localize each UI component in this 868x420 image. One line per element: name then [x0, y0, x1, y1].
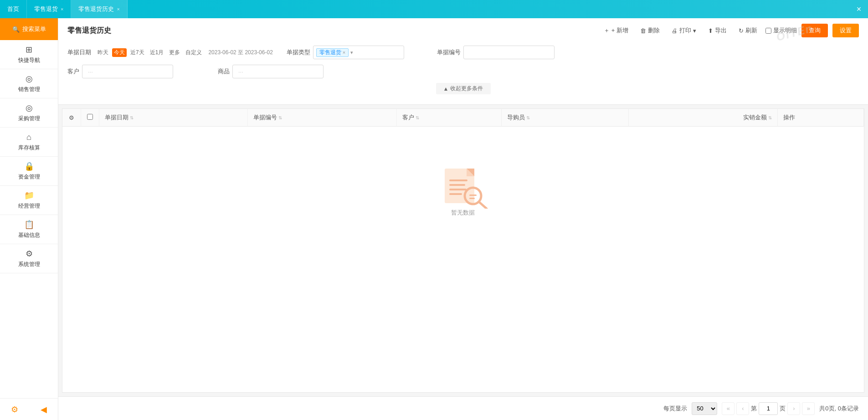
sales-icon: ◎	[26, 74, 33, 84]
sidebar-item-finance[interactable]: 🔒 资金管理	[0, 157, 58, 186]
select-all-checkbox[interactable]	[87, 114, 93, 120]
voucher-type-tag-close[interactable]: ×	[343, 50, 345, 55]
content-area: 零售退货历史 ＋ + 新增 🗑 删除 🖨 打印 ▾	[58, 18, 868, 420]
date-shortcut-yesterday[interactable]: 昨天	[96, 48, 110, 57]
date-filter-item: 单据日期 昨天 今天 近7天 近1月 更多 自定义 2023-06-02 至 2…	[67, 48, 273, 57]
page-label: 第	[751, 405, 757, 413]
next-page-button[interactable]: ›	[787, 402, 800, 415]
sort-date-icon[interactable]: ⇅	[130, 115, 134, 120]
svg-rect-5	[449, 189, 467, 190]
date-shortcut-more[interactable]: 更多	[167, 48, 182, 57]
sidebar-item-operations[interactable]: 📁 经营管理	[0, 186, 58, 215]
voucher-type-input[interactable]: 零售退货 × ▾	[313, 46, 404, 59]
top-bar: 首页 零售退货 × 零售退货历史 × ×	[0, 0, 868, 18]
customer-input[interactable]: ···	[82, 65, 173, 78]
export-icon: ⬆	[708, 27, 713, 34]
purchase-icon: ◎	[26, 103, 33, 113]
add-button[interactable]: ＋ + 新增	[600, 25, 632, 36]
sidebar-item-quick-nav[interactable]: ⊞ 快捷导航	[0, 40, 58, 69]
last-page-button[interactable]: »	[802, 402, 815, 415]
empty-state-cell: 暂无数据	[62, 127, 864, 254]
operations-icon: 📁	[24, 190, 34, 200]
per-page-label: 每页显示	[663, 405, 687, 413]
table-col-checkbox[interactable]	[81, 109, 99, 127]
date-shortcut-custom[interactable]: 自定义	[184, 48, 204, 57]
inventory-icon: ⌂	[26, 133, 31, 142]
print-button[interactable]: 🖨 打印 ▾	[668, 25, 700, 36]
collapse-sidebar-icon[interactable]: ◀	[41, 405, 47, 415]
pagination-summary: 共0页, 0条记录	[819, 405, 859, 413]
pagination-bar: 每页显示 50 10 20 100 « ‹ 第 页 › » 共0页, 0条记录	[58, 396, 868, 420]
date-range-text: 2023-06-02 至 2023-06-02	[208, 49, 272, 56]
query-button[interactable]: 查询	[801, 24, 828, 37]
voucher-type-filter-item: 单据类型 零售退货 × ▾	[287, 46, 423, 59]
search-icon: 🔍	[12, 26, 20, 33]
sidebar-item-sys-mgmt[interactable]: ⚙ 系统管理	[0, 244, 58, 273]
table-container: ⚙ 单据日期 ⇅ 单据编号	[62, 108, 864, 393]
sort-guide-icon[interactable]: ⇅	[526, 115, 530, 120]
goods-label: 商品	[218, 67, 230, 76]
table-col-amount[interactable]: 实销金额 ⇅	[628, 109, 777, 127]
svg-line-8	[479, 202, 487, 209]
sys-mgmt-icon: ⚙	[26, 249, 33, 259]
date-shortcut-7days[interactable]: 近7天	[128, 48, 146, 57]
refresh-button[interactable]: ↻ 刷新	[735, 25, 761, 36]
show-detail-checkbox[interactable]	[765, 28, 771, 34]
window-close-button[interactable]: ×	[850, 0, 868, 18]
page-title: 零售退货历史	[67, 26, 111, 36]
table-col-number[interactable]: 单据编号 ⇅	[248, 109, 397, 127]
table-col-settings[interactable]: ⚙	[62, 109, 81, 127]
sidebar-item-purchase-mgmt[interactable]: ◎ 采购管理	[0, 98, 58, 128]
svg-rect-3	[449, 179, 467, 181]
settings-button[interactable]: 设置	[832, 24, 859, 37]
date-shortcuts: 昨天 今天 近7天 近1月 更多 自定义	[96, 48, 204, 57]
sidebar-item-sales-mgmt[interactable]: ◎ 销售管理	[0, 69, 58, 98]
voucher-no-label: 单据编号	[437, 48, 461, 56]
table-col-date[interactable]: 单据日期 ⇅	[99, 109, 248, 127]
page-header: 零售退货历史 ＋ + 新增 🗑 删除 🖨 打印 ▾	[58, 18, 868, 105]
goods-input[interactable]: ···	[232, 65, 324, 78]
voucher-no-filter-item: 单据编号	[437, 46, 574, 59]
first-page-button[interactable]: «	[722, 402, 734, 415]
tab-retail-return-history-close[interactable]: ×	[117, 6, 119, 12]
sort-number-icon[interactable]: ⇅	[278, 115, 282, 120]
prev-page-button[interactable]: ‹	[736, 402, 749, 415]
table-col-guide[interactable]: 导购员 ⇅	[502, 109, 629, 127]
table-body: 暂无数据	[62, 127, 864, 254]
filter-row-2: 客户 ··· 商品 ···	[67, 62, 859, 81]
tab-retail-return-history[interactable]: 零售退货历史 ×	[71, 0, 127, 18]
tab-home[interactable]: 首页	[0, 0, 27, 18]
tab-retail-return[interactable]: 零售退货 ×	[27, 0, 71, 18]
tab-retail-return-close[interactable]: ×	[61, 6, 63, 12]
collapse-up-icon: ▲	[443, 86, 449, 92]
sidebar-item-basic-info[interactable]: 📋 基础信息	[0, 215, 58, 244]
pagination-nav: « ‹ 第 页 › »	[722, 402, 815, 415]
empty-state: 暂无数据	[62, 127, 864, 253]
table-header-row: ⚙ 单据日期 ⇅ 单据编号	[62, 109, 864, 127]
svg-rect-4	[449, 184, 465, 186]
empty-state-row: 暂无数据	[62, 127, 864, 254]
collapse-filter-button[interactable]: ▲ 收起更多条件	[436, 83, 491, 94]
show-detail-toggle[interactable]: 显示明细	[765, 26, 797, 35]
voucher-no-input[interactable]	[463, 46, 555, 59]
toolbar-actions: ＋ + 新增 🗑 删除 🖨 打印 ▾ ⬆ 导出	[600, 24, 859, 37]
date-shortcut-today[interactable]: 今天	[112, 48, 127, 57]
sidebar-search-button[interactable]: 🔍 搜索菜单	[0, 18, 58, 40]
basic-info-icon: 📋	[24, 220, 34, 230]
sidebar-item-inventory[interactable]: ⌂ 库存核算	[0, 128, 58, 157]
sort-customer-icon[interactable]: ⇅	[416, 115, 419, 120]
page-number-input[interactable]	[759, 402, 778, 415]
svg-rect-10	[469, 198, 475, 199]
settings-bottom-icon[interactable]: ⚙	[11, 405, 18, 415]
export-button[interactable]: ⬆ 导出	[704, 25, 730, 36]
sidebar-bottom: ⚙ ◀	[0, 398, 58, 420]
per-page-select[interactable]: 50 10 20 100	[692, 402, 717, 415]
customer-label: 客户	[67, 67, 79, 76]
sidebar-items: ⊞ 快捷导航 ◎ 销售管理 ◎ 采购管理 ⌂ 库存核算 🔒 资金管理 📁 经营管	[0, 40, 58, 398]
refresh-icon: ↻	[739, 27, 744, 34]
column-settings-icon[interactable]: ⚙	[69, 114, 74, 121]
delete-button[interactable]: 🗑 删除	[637, 25, 663, 36]
date-shortcut-1month[interactable]: 近1月	[148, 48, 166, 57]
table-col-customer[interactable]: 客户 ⇅	[397, 109, 502, 127]
sort-amount-icon[interactable]: ⇅	[768, 115, 772, 120]
